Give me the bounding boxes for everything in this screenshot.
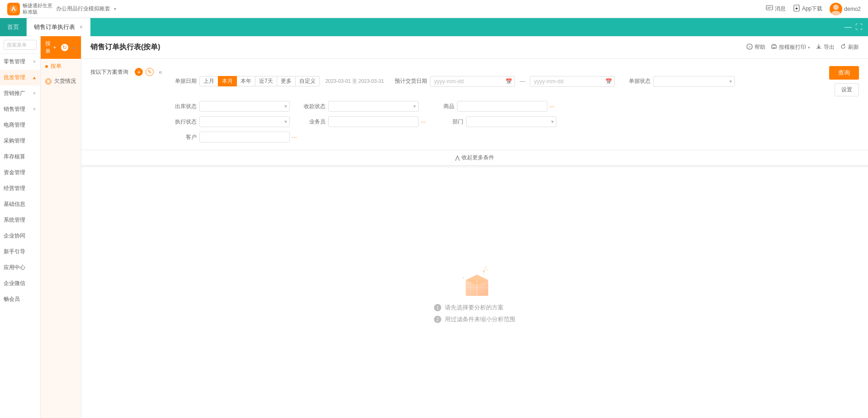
tab-home[interactable]: 首页 <box>0 18 27 36</box>
add-filter-button[interactable]: + <box>135 68 143 76</box>
date-tabs: 上月 本月 本年 近7天 更多 自定义 <box>199 76 319 86</box>
expected-date-from-input[interactable] <box>430 76 515 87</box>
expected-date-to-wrap: 📅 <box>530 76 615 87</box>
goods-more-icon[interactable]: ··· <box>547 103 557 110</box>
sub-sidebar-item-by-order[interactable]: 按单 <box>41 59 81 74</box>
tab-actions: — ⛶ <box>839 18 868 36</box>
salesperson-input-wrap: ··· <box>328 116 428 127</box>
svg-point-16 <box>490 286 491 287</box>
sub-sidebar-item-owed-label: 欠货情况 <box>54 77 76 85</box>
svg-point-1 <box>13 7 14 9</box>
content-area: 销售订单执行表(按单) ? 帮助 按模板打印 ▾ <box>81 36 868 418</box>
sidebar-item-wholesale[interactable]: 批发管理 ▲ <box>0 70 40 86</box>
user-area[interactable]: demo2 <box>830 3 861 15</box>
dept-select-wrap: ▾ <box>466 116 557 127</box>
sidebar-item-finance[interactable]: 资金管理 <box>0 165 40 180</box>
logo-icon <box>7 3 20 15</box>
collapse-filter-button[interactable]: « <box>156 68 165 76</box>
salesperson-input[interactable] <box>328 116 419 127</box>
export-icon <box>816 43 822 51</box>
add-scheme-button[interactable]: + <box>51 43 59 52</box>
dept-select[interactable] <box>466 116 557 127</box>
salesperson-more-icon[interactable]: ··· <box>419 118 428 125</box>
dept-cell: 部门 ▾ <box>439 116 557 127</box>
sidebar-item-enterprise[interactable]: 企业协同 <box>0 228 40 244</box>
user-avatar <box>830 3 842 15</box>
message-action[interactable]: 消息 <box>766 5 786 13</box>
sidebar-item-wechat[interactable]: 企业微信 <box>0 276 40 291</box>
template-print-action[interactable]: 按模板打印 ▾ <box>771 43 810 51</box>
marketing-label: 营销推广 <box>4 90 25 97</box>
filter-row-4: 客户 ··· <box>172 132 859 142</box>
operations-label: 经营管理 <box>4 185 25 192</box>
exec-select[interactable] <box>199 116 290 127</box>
date-tab-custom[interactable]: 自定义 <box>295 76 320 86</box>
logo-text-line2: 标准版 <box>23 9 52 15</box>
refresh-scheme-button[interactable]: ↻ <box>61 43 69 52</box>
step-2-number: 2 <box>434 316 441 323</box>
sidebar-item-basic[interactable]: 基础信息 <box>0 196 40 212</box>
help-action[interactable]: ? 帮助 <box>746 43 765 51</box>
help-label: 帮助 <box>755 43 765 51</box>
date-tab-this-month[interactable]: 本月 <box>218 76 237 86</box>
date-tab-last-month[interactable]: 上月 <box>199 76 218 86</box>
home-tab-label: 首页 <box>7 23 19 31</box>
expected-date-to-input[interactable] <box>530 76 615 87</box>
date-tab-last-7-days[interactable]: 近7天 <box>255 76 277 86</box>
tab-close-icon[interactable]: × <box>80 24 83 30</box>
sidebar-item-ecommerce[interactable]: 电商管理 <box>0 117 40 133</box>
refresh-action[interactable]: 刷新 <box>840 43 859 51</box>
sidebar-item-apps[interactable]: 应用中心 <box>0 260 40 276</box>
date-tab-this-year[interactable]: 本年 <box>236 76 255 86</box>
expected-date-label: 预计交货日期 <box>395 77 427 85</box>
search-input[interactable] <box>4 40 37 50</box>
sidebar-item-marketing[interactable]: 营销推广 ▼ <box>0 86 40 101</box>
customer-input[interactable] <box>199 132 290 142</box>
collapse-chevron-icon: ⋀ <box>455 155 460 161</box>
header-right: 消息 App下载 demo2 <box>766 3 861 15</box>
tab-active[interactable]: 销售订单执行表 × <box>27 18 90 36</box>
query-button[interactable]: 查询 <box>829 66 859 80</box>
sidebar-item-operations[interactable]: 经营管理 <box>0 180 40 196</box>
sidebar-item-system[interactable]: 系统管理 <box>0 212 40 228</box>
sub-sidebar-item-owed[interactable]: 欠货情况 <box>41 74 81 89</box>
edit-filter-button[interactable]: ✎ <box>146 68 154 76</box>
sidebar-item-purchase[interactable]: 采购管理 <box>0 133 40 149</box>
filter-row-2: 出库状态 ▾ 收款状态 <box>172 101 859 112</box>
wholesale-arrow-icon: ▲ <box>32 75 37 80</box>
status-cell: 单据状态 ▾ <box>626 76 735 87</box>
status-select[interactable] <box>653 76 735 87</box>
svg-point-5 <box>831 11 840 15</box>
date-tab-more[interactable]: 更多 <box>277 76 296 86</box>
empty-step-2-label: 用过滤条件来缩小分析范围 <box>445 315 515 323</box>
breadcrumb-dropdown-icon[interactable]: ▾ <box>114 6 116 11</box>
date-label: 单据日期 <box>172 77 197 85</box>
tab-minimize-button[interactable]: — <box>844 23 852 31</box>
empty-step-1-label: 请先选择要分析的方案 <box>445 304 504 312</box>
payment-cell: 收款状态 ▾ <box>301 101 419 112</box>
expected-date-from-wrap: 📅 <box>430 76 515 87</box>
sub-sidebar-title: 按单 <box>45 40 51 55</box>
filter-section: 按以下方案查询 + ✎ « 单据日期 上月 本月 本年 <box>81 59 868 150</box>
wechat-label: 企业微信 <box>4 280 25 287</box>
sidebar-item-member[interactable]: 畅会员 <box>0 291 40 307</box>
collapse-sub-sidebar-button[interactable]: « <box>71 43 79 52</box>
sub-sidebar: 按单 + ↻ « 按单 欠货情况 <box>41 36 81 418</box>
payment-select[interactable] <box>328 101 419 112</box>
app-download-action[interactable]: App下载 <box>793 5 822 13</box>
ecommerce-label: 电商管理 <box>4 121 25 129</box>
collapse-button[interactable]: ⋀ 收起更多条件 <box>455 154 494 162</box>
sidebar-item-newbie[interactable]: 新手引导 <box>0 244 40 260</box>
content-body: 1 请先选择要分析的方案 2 用过滤条件来缩小分析范围 <box>81 167 868 418</box>
setting-button[interactable]: 设置 <box>835 83 859 96</box>
delivery-select[interactable] <box>199 101 290 112</box>
logo-text-line1: 畅捷通好生意 <box>23 3 52 9</box>
sidebar-item-inventory[interactable]: 库存核算 <box>0 149 40 165</box>
sidebar-item-zero-retail[interactable]: 零售管理 ▼ <box>0 54 40 70</box>
export-action[interactable]: 导出 <box>816 43 835 51</box>
tab-expand-button[interactable]: ⛶ <box>855 23 863 31</box>
sidebar-item-sales[interactable]: 销售管理 ▼ <box>0 101 40 117</box>
customer-more-icon[interactable]: ··· <box>290 133 299 141</box>
goods-cell: 商品 ··· <box>429 101 557 112</box>
goods-input[interactable] <box>457 101 547 112</box>
